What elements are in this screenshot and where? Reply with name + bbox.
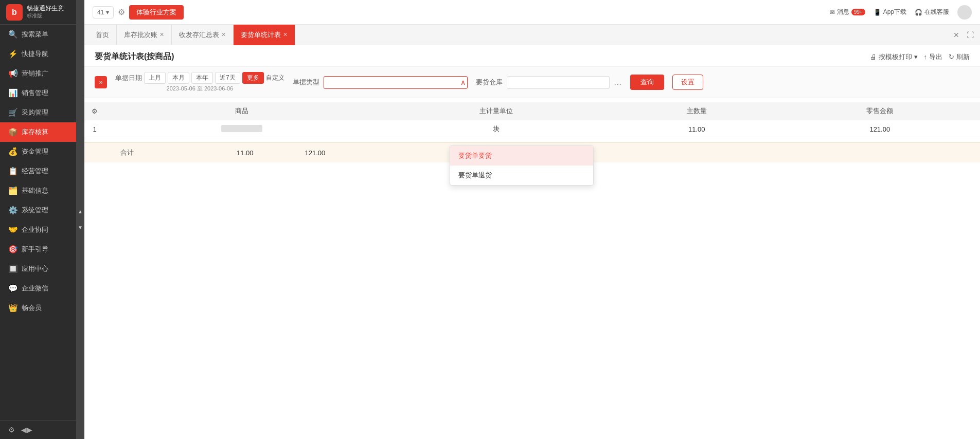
sidebar-icon-3: 📊	[8, 88, 17, 98]
tab-receive-summary[interactable]: 收发存汇总表 ✕	[172, 25, 234, 45]
export-button[interactable]: ↑ 导出	[924, 52, 943, 62]
sidebar: b 畅捷通好生意 标准版 🔍搜索菜单⚡快捷导航📢营销推广📊销售管理🛒采购管理📦库…	[0, 0, 76, 439]
sidebar-header: b 畅捷通好生意 标准版	[0, 0, 76, 25]
print-label: 按模板打印	[879, 52, 912, 62]
date-buttons: 单据日期 上月 本月 本年 近7天 更多 自定义	[115, 72, 284, 84]
date-custom-btn[interactable]: 自定义	[266, 74, 284, 82]
sidebar-item-14[interactable]: 👑畅会员	[0, 298, 76, 318]
sidebar-icon-4: 🛒	[8, 108, 17, 117]
topbar-left: 41 ▾ ⚙ 体验行业方案	[93, 5, 184, 20]
total-values: 11.00 121.00	[237, 149, 325, 157]
sidebar-item-9[interactable]: ⚙️系统管理	[0, 200, 76, 220]
tab-controls: ✕ ⛶	[951, 30, 976, 40]
sidebar-item-1[interactable]: ⚡快捷导航	[0, 44, 76, 64]
sidebar-item-0[interactable]: 🔍搜索菜单	[0, 25, 76, 44]
sidebar-item-7[interactable]: 📋经营管理	[0, 161, 76, 181]
dropdown-item-order-goods[interactable]: 要货单要货	[450, 146, 593, 166]
refresh-button[interactable]: ↻ 刷新	[949, 52, 970, 62]
sidebar-label-3: 销售管理	[22, 88, 48, 98]
tab-close-all-icon[interactable]: ✕	[951, 30, 961, 40]
type-input[interactable]	[324, 76, 468, 89]
user-avatar[interactable]	[957, 5, 972, 20]
sidebar-nav: 🔍搜索菜单⚡快捷导航📢营销推广📊销售管理🛒采购管理📦库存核算💰资金管理📋经营管理…	[0, 25, 76, 420]
tab-expand-icon[interactable]: ⛶	[965, 30, 976, 40]
date-btn-7-days[interactable]: 近7天	[215, 72, 240, 84]
sidebar-item-8[interactable]: 🗂️基础信息	[0, 181, 76, 200]
sidebar-item-5[interactable]: 📦库存核算	[0, 122, 76, 142]
date-btn-more[interactable]: 更多	[242, 72, 264, 84]
warehouse-more-icon[interactable]: …	[614, 78, 622, 87]
col-product-header: 商品	[105, 102, 379, 120]
query-button[interactable]: 查询	[630, 75, 664, 90]
sidebar-item-4[interactable]: 🛒采购管理	[0, 103, 76, 122]
sidebar-label-0: 搜索菜单	[22, 30, 48, 39]
trial-button[interactable]: 体验行业方案	[129, 5, 184, 20]
col-settings-header[interactable]: ⚙	[84, 102, 105, 120]
filter-warehouse-group: 要货仓库 …	[476, 76, 622, 89]
table-row: 1 块 11.00 121.00	[84, 120, 980, 138]
collapse-icon[interactable]: ◀▶	[21, 426, 32, 434]
tab-order-stats[interactable]: 要货单统计表 ✕	[234, 25, 295, 45]
app-download-action[interactable]: 📱 App下载	[874, 8, 906, 16]
messages-action[interactable]: ✉ 消息 99+	[830, 8, 865, 16]
dropdown-item-order-return[interactable]: 要货单退货	[450, 166, 593, 185]
sidebar-icon-10: 🤝	[8, 225, 17, 234]
topbar: 41 ▾ ⚙ 体验行业方案 ✉ 消息 99+ 📱 App下载 🎧 在线客服	[84, 0, 980, 25]
table-container: ⚙ 商品 主计量单位 主数量 零售金额 1 块 11.00 121.00	[84, 98, 980, 142]
type-clear-icon[interactable]: ∧	[460, 78, 466, 86]
tab-home-label: 首页	[96, 30, 109, 40]
print-button[interactable]: 🖨 按模板打印 ▾	[870, 52, 918, 62]
refresh-icon: ↻	[949, 53, 954, 61]
tab-receive-summary-close[interactable]: ✕	[221, 31, 226, 38]
page-actions: 🖨 按模板打印 ▾ ↑ 导出 ↻ 刷新	[870, 52, 970, 62]
app-title-group: 畅捷通好生意 标准版	[27, 5, 64, 20]
settings-button[interactable]: 设置	[672, 75, 703, 90]
filter-expand-button[interactable]: »	[95, 76, 107, 88]
sidebar-label-10: 企业协同	[22, 225, 48, 234]
sidebar-scroll-handle[interactable]: ▲ ▼	[76, 0, 84, 439]
sidebar-label-12: 应用中心	[22, 264, 48, 273]
sidebar-icon-5: 📦	[8, 127, 17, 137]
data-table: ⚙ 商品 主计量单位 主数量 零售金额 1 块 11.00 121.00	[84, 102, 980, 138]
total-quantity: 11.00	[237, 149, 254, 157]
online-service-action[interactable]: 🎧 在线客服	[915, 8, 949, 16]
topbar-gear-icon[interactable]: ⚙	[118, 7, 125, 17]
sidebar-icon-9: ⚙️	[8, 206, 17, 215]
sidebar-icon-2: 📢	[8, 69, 17, 78]
chevron-down-icon: ▾	[106, 9, 109, 16]
date-range-display: 2023-05-06 至 2023-06-06	[167, 85, 234, 93]
warehouse-label: 要货仓库	[476, 78, 503, 87]
app-name: 畅捷通好生意	[27, 5, 64, 13]
sidebar-item-12[interactable]: 🔲应用中心	[0, 259, 76, 279]
sidebar-icon-6: 💰	[8, 147, 17, 156]
sidebar-item-2[interactable]: 📢营销推广	[0, 64, 76, 83]
company-name: 41	[97, 9, 104, 16]
tab-home[interactable]: 首页	[88, 25, 117, 45]
refresh-label: 刷新	[956, 52, 970, 62]
sidebar-item-10[interactable]: 🤝企业协同	[0, 220, 76, 240]
tab-inventory-batch[interactable]: 库存批次账 ✕	[117, 25, 172, 45]
date-btn-last-month[interactable]: 上月	[144, 72, 166, 84]
sidebar-item-11[interactable]: 🎯新手引导	[0, 240, 76, 259]
col-unit-header: 主计量单位	[379, 102, 614, 120]
cell-product-0	[105, 120, 379, 138]
sidebar-label-6: 资金管理	[22, 147, 48, 156]
date-btn-this-month[interactable]: 本月	[168, 72, 189, 84]
cell-index-0: 1	[84, 120, 105, 138]
date-btn-this-year[interactable]: 本年	[191, 72, 213, 84]
sidebar-label-14: 畅会员	[22, 303, 42, 313]
cell-quantity-0: 11.00	[614, 120, 780, 138]
cell-unit-0: 块	[379, 120, 614, 138]
sidebar-item-6[interactable]: 💰资金管理	[0, 142, 76, 161]
sidebar-item-13[interactable]: 💬企业微信	[0, 279, 76, 298]
tab-order-stats-close[interactable]: ✕	[283, 31, 288, 38]
warehouse-input[interactable]	[507, 76, 610, 89]
page-content: 要货单统计表(按商品) 🖨 按模板打印 ▾ ↑ 导出 ↻ 刷新	[84, 45, 980, 439]
sidebar-item-3[interactable]: 📊销售管理	[0, 83, 76, 103]
settings-footer-icon[interactable]: ⚙	[8, 426, 15, 434]
sidebar-footer: ⚙ ◀▶	[0, 420, 76, 439]
company-select[interactable]: 41 ▾	[93, 6, 114, 19]
sidebar-icon-13: 💬	[8, 284, 17, 293]
tab-inventory-batch-close[interactable]: ✕	[159, 31, 164, 38]
total-amount: 121.00	[305, 149, 326, 157]
